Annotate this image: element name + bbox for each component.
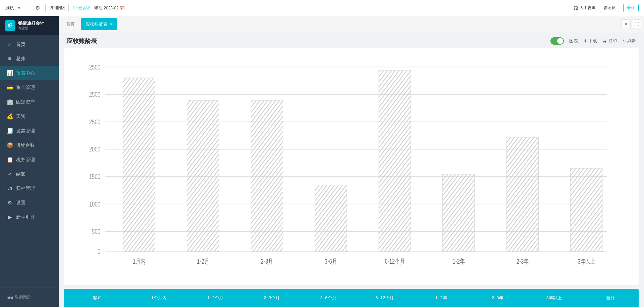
logo-text: 畅捷通好会计 — [18, 20, 44, 26]
svg-text:2-3月: 2-3月 — [261, 258, 273, 265]
svg-rect-23 — [315, 185, 347, 252]
chart-svg: 2500 2500 2500 2000 1500 1000 500 0 — [77, 55, 625, 281]
chart-inner: 2500 2500 2500 2000 1500 1000 500 0 — [64, 48, 639, 285]
svg-text:1-2月: 1-2月 — [197, 258, 209, 265]
guide-icon: ▶ — [7, 214, 13, 220]
col-3-6m: 3~6个月 — [300, 289, 356, 307]
sidebar-item-label: 进销台账 — [16, 142, 35, 148]
headset-icon: 🎧 — [573, 6, 578, 10]
main-layout: 好 畅捷通好会计 专业版 ⌂ 首页 ≡ 总账 📊 报表中心 💳 资金管理 — [0, 16, 644, 307]
pin-icon: ◀◀ — [7, 295, 13, 300]
tax-icon: 📋 — [7, 157, 13, 163]
period-info: 账期 2023-02 📅 — [94, 5, 125, 11]
unpin-button[interactable]: ◀◀ 取消固定 — [0, 291, 59, 304]
close-tab-button[interactable]: × — [621, 19, 631, 29]
company-name: 测试 — [5, 5, 14, 11]
sidebar-item-invoice[interactable]: 🧾 发票管理 — [0, 124, 59, 138]
chart-container: 2500 2500 2500 2000 1500 1000 500 0 — [64, 48, 639, 285]
tab-ar-aging[interactable]: 应收账龄表 × — [81, 18, 117, 30]
sidebar-item-archive[interactable]: 🗂 归档管理 — [0, 181, 59, 195]
col-2-3y: 2~3年 — [469, 289, 526, 307]
sidebar-item-label: 资金管理 — [16, 85, 35, 91]
sidebar-item-tax[interactable]: 📋 税务管理 — [0, 152, 59, 167]
add-icon[interactable]: + — [24, 4, 30, 12]
svg-rect-29 — [506, 137, 538, 252]
download-button[interactable]: ⬇ 下载 — [583, 38, 597, 44]
logo-sub: 专业版 — [18, 26, 44, 31]
company-dropdown-icon[interactable]: ▾ — [18, 6, 20, 10]
col-1-2y: 1~2年 — [413, 289, 469, 307]
tab-home-label: 首页 — [66, 21, 75, 27]
funds-icon: 💳 — [7, 84, 13, 91]
content-area: 首页 应收账龄表 × × ⛶ 应收账龄表 图表 ⬇ 下载 — [59, 16, 644, 307]
sidebar-scroll: ⌂ 首页 ≡ 总账 📊 报表中心 💳 资金管理 🏢 固定资产 💰 工资 — [0, 35, 59, 288]
sidebar-logo: 好 畅捷通好会计 专业版 — [0, 16, 59, 35]
sidebar-item-label: 首页 — [16, 42, 25, 48]
svg-text:6-12个月: 6-12个月 — [385, 258, 405, 265]
settings-icon[interactable]: ⚙ — [34, 3, 41, 12]
sidebar-item-home[interactable]: ⌂ 首页 — [0, 38, 59, 52]
sidebar-item-label: 税务管理 — [16, 157, 35, 163]
chart-toggle-label: 图表 — [569, 38, 578, 44]
svg-rect-17 — [123, 78, 155, 252]
svg-text:1月内: 1月内 — [133, 258, 146, 265]
sidebar-item-label: 固定资产 — [16, 99, 35, 105]
sidebar-item-label: 总账 — [16, 56, 25, 62]
print-button[interactable]: 🖨 打印 — [602, 38, 617, 44]
col-1m: 1个月内 — [131, 289, 187, 307]
svg-text:500: 500 — [92, 228, 100, 235]
tab-close-icon[interactable]: × — [110, 22, 112, 27]
sidebar-item-label: 报表中心 — [16, 70, 35, 76]
table-header: 客户 1个月内 1~2个月 2~3个月 3~6个月 6~12个月 1~2年 2~… — [64, 289, 639, 307]
home-icon: ⌂ — [7, 42, 13, 48]
sidebar-item-label: 新手引导 — [16, 214, 35, 220]
download-icon: ⬇ — [583, 39, 587, 44]
role-button[interactable]: 会计 — [623, 4, 639, 12]
svg-rect-19 — [187, 100, 219, 252]
sidebar-item-ledger[interactable]: ≡ 总账 — [0, 52, 59, 66]
svg-text:0: 0 — [98, 248, 100, 255]
col-2-3m: 2~3个月 — [244, 289, 300, 307]
switch-version-button[interactable]: 切到旧版 — [45, 4, 69, 12]
refresh-icon: ↻ — [622, 39, 626, 44]
svg-rect-27 — [443, 174, 475, 252]
sidebar-item-reports[interactable]: 📊 报表中心 — [0, 66, 59, 80]
sidebar-item-assets[interactable]: 🏢 固定资产 — [0, 95, 59, 109]
page-content: 应收账龄表 图表 ⬇ 下载 🖨 打印 ↻ 刷新 — [59, 32, 644, 307]
tab-home[interactable]: 首页 — [61, 18, 79, 30]
chart-toggle[interactable] — [550, 37, 564, 45]
svg-text:1-2年: 1-2年 — [452, 258, 465, 265]
svg-text:3年以上: 3年以上 — [578, 258, 595, 265]
sidebar-item-label: 工资 — [16, 114, 25, 120]
col-6-12m: 6~12个月 — [357, 289, 413, 307]
stock-icon: 📦 — [7, 142, 13, 148]
sidebar-item-label: 发票管理 — [16, 128, 35, 134]
svg-text:2000: 2000 — [89, 145, 100, 153]
col-3y-plus: 3年以上 — [526, 289, 582, 307]
archive-icon: 🗂 — [7, 185, 13, 191]
svg-text:3-6月: 3-6月 — [325, 258, 337, 265]
sidebar-item-salary[interactable]: 💰 工资 — [0, 109, 59, 124]
sidebar: 好 畅捷通好会计 专业版 ⌂ 首页 ≡ 总账 📊 报表中心 💳 资金管理 — [0, 16, 59, 307]
settle-icon: ✓ — [7, 171, 13, 177]
period-value: 2023-02 — [104, 6, 118, 10]
sidebar-item-settings[interactable]: ⚙ 设置 — [0, 195, 59, 210]
sidebar-item-guide[interactable]: ▶ 新手引导 — [0, 210, 59, 224]
salary-icon: 💰 — [7, 113, 13, 120]
svg-rect-31 — [571, 168, 602, 252]
sidebar-item-settle[interactable]: ✓ 结账 — [0, 167, 59, 181]
assets-icon: 🏢 — [7, 99, 13, 105]
sidebar-item-stock[interactable]: 📦 进销台账 — [0, 138, 59, 152]
reports-icon: 📊 — [7, 70, 13, 76]
sidebar-item-funds[interactable]: 💳 资金管理 — [0, 80, 59, 95]
consult-button[interactable]: 🎧 人工咨询 — [573, 5, 596, 11]
shield-icon: 🛡 — [73, 6, 77, 10]
user-button[interactable]: 管理员 — [600, 4, 619, 12]
logo-icon: 好 — [5, 20, 15, 31]
refresh-button[interactable]: ↻ 刷新 — [622, 38, 636, 44]
sidebar-bottom: ◀◀ 取消固定 — [0, 288, 59, 307]
expand-button[interactable]: ⛶ — [632, 19, 641, 29]
calendar-icon[interactable]: 📅 — [120, 6, 125, 10]
print-icon: 🖨 — [602, 39, 607, 44]
svg-text:1000: 1000 — [89, 201, 100, 208]
